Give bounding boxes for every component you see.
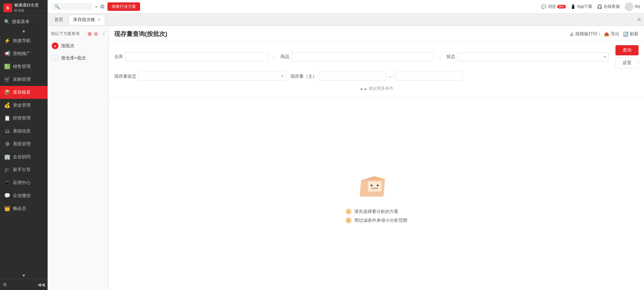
sidebar-item-shortcut[interactable]: ⚡ 快捷导航 <box>0 34 48 47</box>
sales-icon: 💹 <box>4 64 10 70</box>
tab-home[interactable]: 首页 <box>50 15 67 24</box>
topbar-chevron-icon[interactable]: ▾ <box>95 4 97 9</box>
app-download-label: App下载 <box>577 4 592 10</box>
status-label: 状态 <box>446 54 455 60</box>
scheme-panel-title: 按以下方案查询 <box>51 31 80 37</box>
sidebar-item-enterprise[interactable]: 🏢 企业协同 <box>0 150 48 163</box>
sidebar-item-system[interactable]: ⚙ 系统管理 <box>0 138 48 150</box>
filter-actions: 查询 设置 <box>615 45 639 68</box>
status-select[interactable] <box>457 52 609 61</box>
settings-scheme-icon[interactable]: ⚙ <box>94 31 98 37</box>
sidebar-item-label: 销售管理 <box>13 64 31 70</box>
sidebar-item-member[interactable]: 👑 畅会员 <box>0 202 48 215</box>
product-label: 商品 <box>281 54 289 60</box>
collapse-label: 收起更多条件 <box>369 86 393 91</box>
export-icon: 📤 <box>604 32 609 37</box>
sidebar-item-label: 新手引导 <box>13 167 31 173</box>
collapse-panel-icon[interactable]: 《 <box>100 31 105 37</box>
sidebar-item-newbie[interactable]: 🎓 新手引导 <box>0 163 48 176</box>
svg-marker-2 <box>375 176 387 180</box>
search-menu-item[interactable]: 🔍 搜索菜单 <box>0 16 48 28</box>
app-title-block: 畅康通好生意 标准版 <box>14 3 39 13</box>
inventory-icon: 📦 <box>4 89 10 95</box>
app-download-icon: 📱 <box>571 4 576 9</box>
export-label: 导出 <box>611 31 620 37</box>
appcenter-icon: 📱 <box>4 180 10 186</box>
sidebar-scroll-up[interactable]: ▲ <box>0 28 48 34</box>
enterprise-icon: 🏢 <box>4 154 10 160</box>
inventory-qty-from-input[interactable] <box>319 72 386 81</box>
query-button[interactable]: 查询 <box>615 45 639 55</box>
sidebar-item-label: 应用中心 <box>13 180 31 186</box>
sidebar-item-finance[interactable]: 💰 资金管理 <box>0 99 48 112</box>
app-download-action[interactable]: 📱 App下载 <box>571 4 592 10</box>
sidebar-item-inventory[interactable]: 📦 库存核算 <box>0 86 48 99</box>
empty-svg <box>356 161 397 202</box>
sidebar-item-basic[interactable]: 🗂 基础信息 <box>0 125 48 138</box>
print-button[interactable]: 🖨 按模板打印 ▾ <box>570 31 600 37</box>
user-profile-action[interactable]: Rit <box>625 2 640 11</box>
export-button[interactable]: 📤 导出 <box>604 31 620 37</box>
online-service-action[interactable]: 🎧 在线客服 <box>597 4 620 10</box>
messages-action[interactable]: 💬 消息 99+ <box>541 4 566 10</box>
page-header-actions: 🖨 按模板打印 ▾ 📤 导出 🔄 刷新 <box>570 31 639 37</box>
member-icon: 👑 <box>4 205 10 212</box>
warehouse-more-icon[interactable]: ... <box>270 54 276 60</box>
sidebar-collapse-icon[interactable]: ◀◀ <box>37 282 45 287</box>
topbar-search-icon: 🔍 <box>54 4 60 9</box>
inventory-status-select[interactable] <box>138 72 286 81</box>
inventory-quantity-label: 现存量（主） <box>290 73 317 79</box>
product-input[interactable] <box>291 52 435 61</box>
online-service-label: 在线客服 <box>604 4 620 10</box>
settings-bottom-icon[interactable]: ⚙ <box>3 282 7 287</box>
status-select-wrap: ▾ <box>457 52 609 61</box>
tab-close-icon[interactable]: ✕ <box>97 17 101 22</box>
refresh-button[interactable]: 🔄 刷新 <box>623 31 639 37</box>
filter-area: 仓库 ... 商品 ... 状态 <box>109 41 644 97</box>
step-2-number: 2 <box>345 217 352 223</box>
topbar-search-input[interactable] <box>61 4 88 9</box>
add-scheme-icon[interactable]: ⊕ <box>87 31 92 37</box>
system-icon: ⚙ <box>4 141 10 147</box>
scheme-item-warehouse-batch[interactable]: ○ 按仓库+批次 <box>48 52 108 64</box>
sidebar-scroll-down[interactable]: ▼ <box>0 272 48 279</box>
sidebar: 6 畅康通好生意 标准版 🔍 搜索菜单 ▲ ⚡ 快捷导航 📢 营销推广 💹 销售… <box>0 0 48 290</box>
svg-marker-1 <box>363 176 375 180</box>
sidebar-item-label: 畅会员 <box>13 205 26 212</box>
topbar: 🔍 ▾ ⚙ 体验行业方案 💬 消息 99+ 📱 App下载 🎧 在线客服 Rit <box>48 0 644 14</box>
shortcut-icon: ⚡ <box>4 38 10 44</box>
sidebar-item-label: 采购管理 <box>13 76 31 83</box>
sidebar-header: 6 畅康通好生意 标准版 <box>0 0 48 16</box>
warehouse-input[interactable] <box>125 52 268 61</box>
inventory-qty-to-input[interactable] <box>395 72 462 81</box>
operations-icon: 📋 <box>4 115 10 121</box>
svg-rect-3 <box>368 181 382 192</box>
tab-inventory-batch[interactable]: 库存批次账 ✕ <box>69 15 105 25</box>
scheme-panel: 按以下方案查询 ⊕ ⚙ 《 ● 按批次 ○ 按仓库+批次 <box>48 26 109 290</box>
print-label: 按模板打印 <box>575 31 597 37</box>
sidebar-bottom: ⚙ ◀◀ <box>0 279 48 290</box>
collapse-more-conditions-button[interactable]: ▲▲ 收起更多条件 <box>114 84 639 93</box>
messages-badge: 99+ <box>557 5 566 8</box>
sidebar-item-label: 经营管理 <box>13 115 31 121</box>
search-icon: 🔍 <box>4 19 10 24</box>
sidebar-item-purchase[interactable]: 🛒 采购管理 <box>0 73 48 86</box>
sidebar-item-sales[interactable]: 💹 销售管理 <box>0 60 48 73</box>
sidebar-item-marketing[interactable]: 📢 营销推广 <box>0 47 48 60</box>
product-more-icon[interactable]: ... <box>436 54 442 60</box>
trial-button[interactable]: 体验行业方案 <box>107 2 140 11</box>
sidebar-item-appcenter[interactable]: 📱 应用中心 <box>0 176 48 189</box>
settings-button[interactable]: 设置 <box>615 57 639 68</box>
sidebar-item-label: 系统管理 <box>13 141 31 147</box>
close-panel-icon[interactable]: ✕ <box>637 16 641 23</box>
filter-row-2: 现存量状态 ▾ 现存量（主） — <box>114 72 639 81</box>
empty-illustration <box>356 161 397 202</box>
scheme-warehouse-batch-label: 按仓库+批次 <box>61 55 86 61</box>
print-dropdown-icon[interactable]: ▾ <box>599 32 600 36</box>
tab-home-label: 首页 <box>54 17 63 23</box>
sidebar-item-wechat[interactable]: 💬 企业微信 <box>0 189 48 202</box>
sidebar-item-operations[interactable]: 📋 经营管理 <box>0 112 48 125</box>
scheme-item-batch[interactable]: ● 按批次 <box>48 40 108 52</box>
topbar-search-box[interactable]: 🔍 <box>52 3 92 10</box>
topbar-gear-icon[interactable]: ⚙ <box>100 3 105 10</box>
